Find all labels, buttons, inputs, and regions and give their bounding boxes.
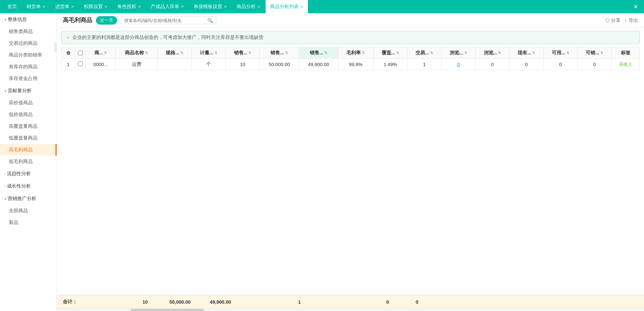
table-wrapper[interactable]: ⚙ 商...⇅ 商品名称⇅ 规格...⇅ <box>57 47 644 295</box>
sidebar-item-low-coverage[interactable]: 低覆盖量商品 <box>0 132 57 144</box>
search-icon[interactable]: 🔍 <box>207 18 213 23</box>
close-icon[interactable]: ✕ <box>71 4 74 9</box>
cell-seq: 1 <box>62 59 75 70</box>
select-all-checkbox[interactable] <box>78 51 83 55</box>
col-browse2[interactable]: 浏览...⇅ <box>475 47 510 59</box>
sort-icon: ⇅ <box>498 51 501 55</box>
sidebar-item-sales-goods[interactable]: 销售类商品 <box>0 26 57 37</box>
col-sales1[interactable]: 销售...⇅ <box>226 47 260 59</box>
cell-spec <box>158 59 192 70</box>
cell-coverage: 1.49% <box>373 59 407 70</box>
main-layout: 《 ▾ 整体信息 销售类商品 交易过的商品 商品分类助销率 有库存的商品 库存资… <box>0 13 644 311</box>
col-sellable[interactable]: 可销...⇅ <box>578 47 612 59</box>
sidebar-item-traded-goods[interactable]: 交易过的商品 <box>0 37 57 49</box>
close-icon[interactable]: ✕ <box>257 4 260 9</box>
chevron-down-icon: ▾ <box>4 89 6 93</box>
export-button[interactable]: ↑ 导出 <box>625 17 638 24</box>
col-coverage[interactable]: 覆盖...⇅ <box>373 47 407 59</box>
cell-tag: 高收入 <box>612 59 640 70</box>
footer-cell-empty4 <box>343 299 373 305</box>
cell-current: 0 <box>510 59 544 70</box>
row-checkbox[interactable] <box>78 61 83 66</box>
col-margin-rate[interactable]: 毛利率⇅ <box>338 47 374 59</box>
close-icon[interactable]: ✕ <box>300 4 303 9</box>
scrollbar-thumb[interactable] <box>130 309 204 311</box>
nav-tab-role[interactable]: 角色授权 ✕ <box>113 0 145 13</box>
cell-sellable: 0 <box>578 59 612 70</box>
close-icon[interactable]: ✕ <box>138 4 141 9</box>
col-settings[interactable]: ⚙ <box>62 47 75 59</box>
footer-cell-sales1: 10 <box>130 299 160 305</box>
sidebar-group-trend[interactable]: › 流趋性分析 <box>0 167 57 180</box>
cell-code: 0000... <box>86 59 116 70</box>
col-code[interactable]: 商...⇅ <box>86 47 116 59</box>
info-banner: ✧ 企业的主要的利润都是这部分商品创造的，可考虑加大推广，同时关注库存是不要出现… <box>61 31 640 44</box>
cell-browse2: 0 <box>475 59 510 70</box>
col-browse1[interactable]: 浏览...⇅ <box>442 47 476 59</box>
nav-tab-purchase[interactable]: 进货单 ✕ <box>51 0 79 13</box>
col-sales2[interactable]: 销售...⇅ <box>260 47 299 59</box>
close-icon[interactable]: ✕ <box>224 4 227 9</box>
nav-tab-analysis-list[interactable]: 商品分析列表 ✕ <box>266 0 308 13</box>
sort-icon: ⇅ <box>180 51 183 55</box>
nav-tab-product-in[interactable]: 产成品入库单 ✕ <box>146 0 188 13</box>
col-available[interactable]: 可用...⇅ <box>543 47 578 59</box>
sidebar-item-stock-capital[interactable]: 库存资金占用 <box>0 73 57 84</box>
cell-transactions: 1 <box>407 59 442 70</box>
page-title: 高毛利商品 <box>63 17 92 24</box>
nav-tab-sales[interactable]: 销货单 ✕ <box>22 0 50 13</box>
col-name[interactable]: 商品名称⇅ <box>116 47 158 59</box>
close-icon[interactable]: ✕ <box>104 4 108 9</box>
sort-icon: ⇅ <box>285 51 288 55</box>
col-current[interactable]: 现有...⇅ <box>510 47 544 59</box>
content-header: 高毛利商品 近一月 🔍 ⬡ 分享 ↑ 导出 <box>57 13 644 28</box>
chevron-right-icon: › <box>4 172 6 176</box>
sidebar-collapse-button[interactable]: 《 <box>54 43 57 52</box>
sort-icon: ⇅ <box>362 51 365 55</box>
sidebar-item-low-margin[interactable]: 低毛利商品 <box>0 156 57 167</box>
sidebar-group-overall[interactable]: ▾ 整体信息 <box>0 13 57 26</box>
col-spec[interactable]: 规格...⇅ <box>158 47 192 59</box>
footer-cell-empty1 <box>241 299 263 305</box>
sort-icon: ⇅ <box>215 51 217 55</box>
nav-tab-template[interactable]: 单据模板设置 ✕ <box>189 0 231 13</box>
sidebar-group-contribution[interactable]: ▾ 贡献量分析 <box>0 84 57 97</box>
nav-tab-home[interactable]: 首页 <box>3 0 21 13</box>
cell-unit: 个 <box>192 59 226 70</box>
sidebar-item-high-margin[interactable]: 高毛利商品 <box>0 144 57 156</box>
col-tag[interactable]: 标签 <box>612 47 640 59</box>
col-sales3[interactable]: 销售...⇅ <box>299 47 338 59</box>
sidebar-item-all-goods[interactable]: 全部商品 <box>0 205 57 217</box>
sidebar-group-growth[interactable]: › 成长性分析 <box>0 180 57 192</box>
search-input[interactable] <box>124 18 206 23</box>
sort-icon: ⇅ <box>248 51 251 55</box>
share-button[interactable]: ⬡ 分享 <box>605 17 620 24</box>
cell-margin-rate: 99.8% <box>338 59 374 70</box>
horizontal-scrollbar[interactable] <box>57 308 644 311</box>
close-icon[interactable]: ✕ <box>42 4 46 9</box>
sidebar-item-new-goods[interactable]: 新品 <box>0 217 57 228</box>
nav-tab-permission[interactable]: 权限设置 ✕ <box>79 0 112 13</box>
filter-recent-month-button[interactable]: 近一月 <box>96 16 117 25</box>
share-icon: ⬡ <box>605 18 609 23</box>
sidebar-item-high-value[interactable]: 高价值商品 <box>0 97 57 109</box>
close-all-tabs-button[interactable]: ✕ <box>630 3 641 10</box>
col-unit[interactable]: 计量...⇅ <box>192 47 226 59</box>
col-checkbox[interactable] <box>75 47 86 59</box>
sidebar-item-low-value[interactable]: 低价值商品 <box>0 109 57 120</box>
col-transactions[interactable]: 交易...⇅ <box>407 47 442 59</box>
close-icon[interactable]: ✕ <box>181 4 184 9</box>
sidebar-group-marketing[interactable]: ▾ 营销推广分析 <box>0 192 57 205</box>
footer-total-row: 合计： 10 50,000.00 49,900.00 1 0 0 <box>57 295 644 308</box>
cell-checkbox[interactable] <box>75 59 86 70</box>
cell-name: 运费 <box>116 59 158 70</box>
sort-icon: ⇅ <box>566 51 569 55</box>
sidebar-item-category-rate[interactable]: 商品分类助销率 <box>0 49 57 61</box>
content-area: 高毛利商品 近一月 🔍 ⬡ 分享 ↑ 导出 ✧ 企业的主要的利润都是这部分商品创… <box>57 13 644 311</box>
sidebar-item-stock-goods[interactable]: 有库存的商品 <box>0 61 57 73</box>
sidebar-item-high-coverage[interactable]: 高覆盖量商品 <box>0 120 57 132</box>
nav-tab-analysis[interactable]: 商品分析 ✕ <box>232 0 265 13</box>
footer-cell-sales3: 49,900.00 <box>200 299 241 305</box>
cell-browse1[interactable]: 0 <box>442 59 476 70</box>
info-icon: ✧ <box>66 35 70 40</box>
